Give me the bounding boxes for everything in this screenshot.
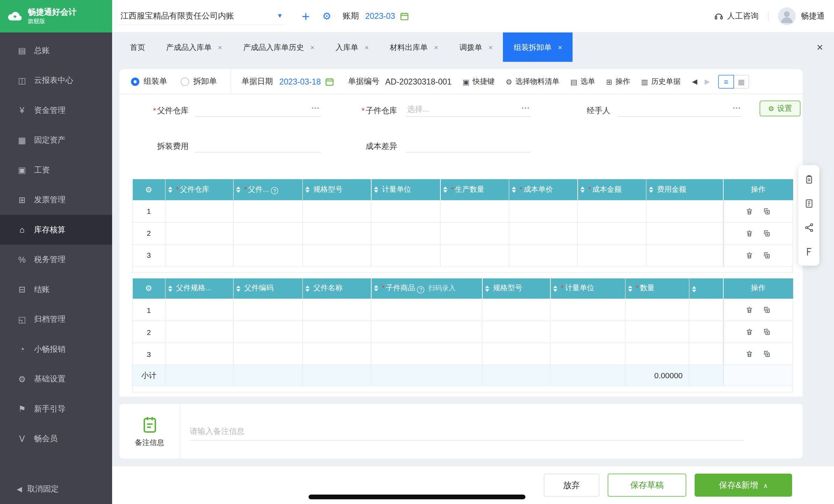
user-menu[interactable]: 畅捷通 [778, 7, 825, 25]
col-quantity[interactable]: *数量 [625, 278, 689, 299]
sort-icon[interactable] [580, 187, 585, 193]
close-tab-icon[interactable]: × [488, 44, 492, 51]
copy-row-icon[interactable] [763, 229, 771, 237]
radio-assemble[interactable]: 组装单 [131, 76, 167, 87]
cell[interactable] [625, 299, 689, 321]
cell[interactable] [440, 222, 509, 244]
col-fee-amount[interactable]: 费用金额 [646, 179, 723, 200]
card-view-icon[interactable]: ▦ [733, 75, 749, 88]
sidebar-item-closing[interactable]: ⊟结账 [0, 275, 112, 305]
cell[interactable] [233, 200, 302, 222]
operations-button[interactable]: ⊞操作 [606, 77, 630, 86]
cell[interactable] [371, 321, 482, 343]
tab-receipt[interactable]: 入库单× [325, 32, 380, 62]
delete-row-icon[interactable] [746, 350, 754, 358]
help-icon[interactable]: ? [271, 187, 278, 195]
col-unit-cost[interactable]: *成本单价 [509, 179, 578, 200]
cell[interactable] [165, 244, 233, 266]
tab-assembly-disassembly[interactable]: 组装拆卸单× [503, 32, 573, 62]
support-button[interactable]: 人工咨询 [714, 11, 759, 21]
shortcut-keys-button[interactable]: ▣快捷键 [462, 77, 495, 86]
sort-icon[interactable] [236, 285, 241, 292]
cell[interactable] [371, 299, 482, 321]
col-spec-model[interactable]: 规格型号 [302, 179, 371, 200]
sidebar-item-archive[interactable]: ◱归档管理 [0, 305, 112, 335]
sort-icon[interactable] [374, 187, 379, 193]
tab-finished-goods-receipt-history[interactable]: 产成品入库单历史× [233, 32, 325, 62]
col-unit[interactable]: *计量单位 [550, 278, 626, 299]
sort-icon[interactable] [306, 285, 310, 292]
sort-icon[interactable] [553, 285, 558, 292]
sort-icon[interactable] [443, 187, 448, 193]
copy-row-icon[interactable] [763, 350, 771, 358]
sort-icon[interactable] [692, 286, 697, 292]
close-tab-icon[interactable]: × [434, 44, 438, 51]
close-all-icon[interactable]: × [806, 32, 834, 62]
cell[interactable] [371, 244, 440, 266]
share-tool-icon[interactable] [798, 216, 819, 240]
handler-input[interactable] [618, 101, 742, 117]
cell[interactable] [482, 299, 550, 321]
tab-material-issue[interactable]: 材料出库单× [379, 32, 449, 62]
cell[interactable] [689, 343, 723, 365]
horizontal-scrollbar[interactable] [132, 386, 793, 393]
cell[interactable] [302, 200, 371, 222]
sidebar-item-general-ledger[interactable]: ▤总账 [0, 36, 112, 66]
close-tab-icon[interactable]: × [558, 44, 562, 51]
col-unit[interactable]: 计量单位 [371, 179, 440, 200]
cell[interactable] [646, 244, 723, 266]
cell[interactable] [578, 244, 646, 266]
col-parent-warehouse[interactable]: *父件仓库 [165, 179, 233, 200]
sidebar-item-funds[interactable]: ¥资金管理 [0, 95, 112, 125]
sort-icon[interactable] [168, 285, 173, 292]
scan-entry-hint[interactable]: 扫码录入 [428, 284, 455, 292]
sidebar-item-salary[interactable]: ▣工资 [0, 155, 112, 185]
sidebar-item-invoices[interactable]: ⊞发票管理 [0, 185, 112, 215]
column-settings-header[interactable]: ⚙ [132, 278, 166, 299]
select-bom-button[interactable]: ⚙选择物料清单 [506, 77, 559, 86]
sidebar-item-settings[interactable]: ⚙基础设置 [0, 364, 112, 394]
cost-difference-input[interactable] [406, 137, 531, 152]
cell[interactable] [371, 200, 440, 222]
col-truncated[interactable] [689, 278, 723, 299]
cell[interactable] [550, 321, 626, 343]
sort-icon[interactable] [168, 187, 173, 193]
column-settings-header[interactable]: ⚙ [132, 179, 166, 200]
cell[interactable] [509, 222, 578, 244]
child-warehouse-input[interactable] [406, 101, 531, 117]
history-docs-button[interactable]: ▥历史单据 [641, 77, 681, 86]
notes-input[interactable] [190, 422, 744, 441]
cell[interactable] [302, 222, 371, 244]
cell[interactable] [233, 222, 302, 244]
settings-button[interactable]: ⚙设置 [760, 101, 800, 116]
help-icon[interactable]: ? [417, 286, 425, 293]
delete-row-icon[interactable] [746, 328, 754, 336]
cell[interactable] [371, 222, 440, 244]
ellipsis-picker-icon[interactable]: ⋯ [732, 104, 741, 112]
cell[interactable] [482, 343, 550, 365]
copy-row-icon[interactable] [763, 306, 771, 314]
close-tab-icon[interactable]: × [365, 44, 369, 51]
cell[interactable] [550, 343, 626, 365]
horizontal-scrollbar[interactable] [132, 266, 793, 273]
cell[interactable] [578, 200, 646, 222]
copy-row-icon[interactable] [763, 207, 771, 215]
cell[interactable] [646, 200, 723, 222]
sort-icon[interactable] [306, 187, 310, 193]
previous-doc-icon[interactable]: ◀ [692, 78, 697, 86]
period-value[interactable]: 2023-03 [365, 11, 395, 21]
sidebar-item-expense[interactable]: ◔小畅报销 [0, 334, 112, 364]
col-parent-code[interactable]: 父件编码 [233, 278, 302, 299]
cell[interactable] [440, 244, 509, 266]
doc-date-value[interactable]: 2023-03-18 [279, 77, 321, 86]
cell[interactable] [482, 321, 550, 343]
delete-row-icon[interactable] [746, 306, 754, 314]
list-view-icon[interactable]: ≡ [718, 75, 734, 88]
tab-finished-goods-receipt[interactable]: 产成品入库单× [156, 32, 233, 62]
col-production-qty[interactable]: *生产数量 [440, 179, 509, 200]
cell[interactable] [302, 244, 371, 266]
sort-icon[interactable] [236, 187, 241, 193]
delete-row-icon[interactable] [746, 207, 754, 215]
col-parent-item[interactable]: *父件...? [233, 179, 302, 200]
sidebar-item-membership[interactable]: Ⅴ畅会员 [0, 424, 112, 454]
